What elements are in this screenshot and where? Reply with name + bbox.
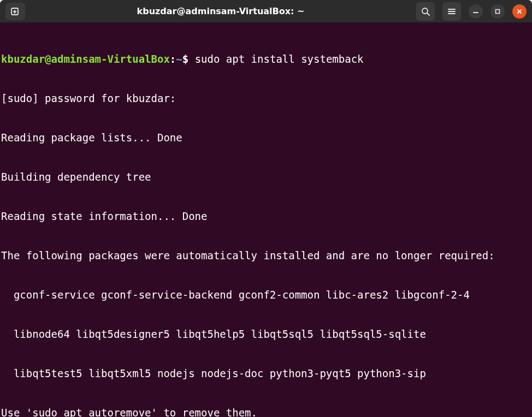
output-line: libqt5test5 libqt5xml5 nodejs nodejs-doc… xyxy=(1,367,530,380)
command-text: sudo apt install systemback xyxy=(195,53,364,65)
output-line: The following packages were automaticall… xyxy=(1,249,530,262)
titlebar: kbuzdar@adminsam-VirtualBox: ~ xyxy=(0,0,532,23)
minimize-button[interactable] xyxy=(469,4,483,19)
search-icon xyxy=(421,7,430,16)
svg-line-2 xyxy=(427,13,429,15)
prompt-user-host: kbuzdar@adminsam-VirtualBox xyxy=(1,53,170,65)
minimize-icon xyxy=(472,8,479,15)
close-button[interactable] xyxy=(512,4,527,19)
new-tab-button[interactable] xyxy=(5,3,25,20)
new-tab-icon xyxy=(10,7,20,16)
titlebar-left xyxy=(5,3,25,20)
output-line: Reading state information... Done xyxy=(1,210,530,223)
maximize-button[interactable] xyxy=(490,4,505,19)
search-button[interactable] xyxy=(416,2,435,21)
hamburger-icon xyxy=(447,7,457,16)
output-line: [sudo] password for kbuzdar: xyxy=(1,92,530,105)
window-title: kbuzdar@adminsam-VirtualBox: ~ xyxy=(31,6,411,16)
prompt-symbol: $ xyxy=(182,53,188,65)
menu-button[interactable] xyxy=(442,2,461,21)
terminal-body[interactable]: kbuzdar@adminsam-VirtualBox:~$ sudo apt … xyxy=(0,23,532,417)
output-line: Reading package lists... Done xyxy=(1,131,530,144)
output-line: libnode64 libqt5designer5 libqt5help5 li… xyxy=(1,327,530,341)
prompt-separator: : xyxy=(170,53,176,65)
output-line: Building dependency tree xyxy=(1,170,530,183)
svg-rect-7 xyxy=(496,9,500,13)
output-line: Use 'sudo apt autoremove' to remove them… xyxy=(1,406,530,417)
close-icon xyxy=(516,8,523,15)
titlebar-right xyxy=(416,2,527,21)
output-line: gconf-service gconf-service-backend gcon… xyxy=(1,288,530,301)
prompt-path: ~ xyxy=(176,53,182,65)
maximize-icon xyxy=(494,8,501,15)
prompt-line: kbuzdar@adminsam-VirtualBox:~$ sudo apt … xyxy=(1,52,530,65)
terminal-window: kbuzdar@adminsam-VirtualBox: ~ xyxy=(0,0,532,417)
